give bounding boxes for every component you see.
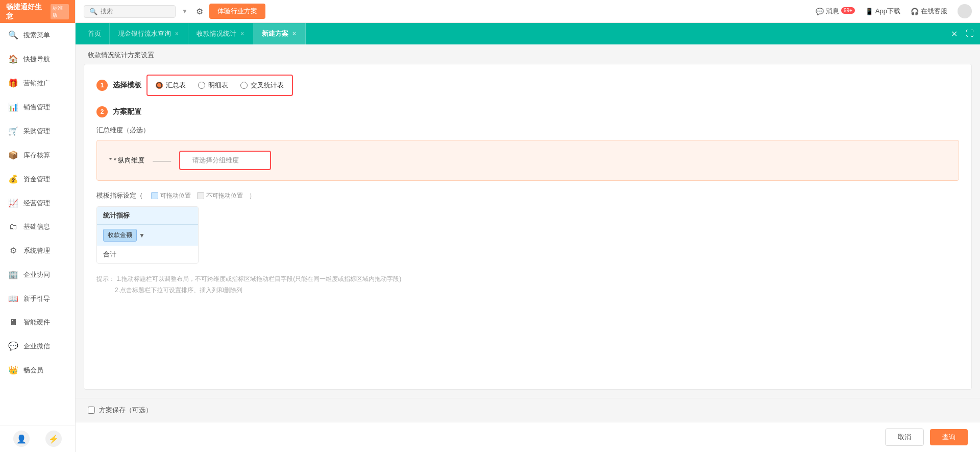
sidebar-logo: 畅捷通好生意 标准版: [0, 0, 75, 23]
topbar-app-download[interactable]: 📱 App下载: [865, 7, 900, 16]
sidebar-item-operation[interactable]: 📈 经营管理: [0, 191, 75, 215]
sidebar-label-enterprise: 企业协同: [23, 270, 50, 279]
sidebar-item-enterprise[interactable]: 🏢 企业协同: [0, 263, 75, 287]
sidebar-item-sales[interactable]: 📊 销售管理: [0, 95, 75, 119]
tab-maximize-icon[interactable]: ⛶: [964, 27, 976, 40]
sidebar-icon-member: 👑: [8, 365, 18, 375]
metrics-section: 模板指标设定（ 可拖动位置 不可拖动位置 ）: [96, 191, 959, 264]
tabbar: 首页现金银行流水查询×收款情况统计×新建方案× ✕ ⛶: [76, 23, 980, 44]
tabbar-actions: ✕ ⛶: [949, 27, 976, 41]
sidebar-label-purchase: 采购管理: [23, 127, 50, 136]
sidebar-label-member: 畅会员: [23, 366, 43, 375]
sidebar-icon-system: ⚙: [8, 246, 18, 255]
radio-cross[interactable]: 交叉统计表: [240, 81, 284, 90]
logo-text: 畅捷通好生意: [6, 3, 46, 21]
radio-cross-input[interactable]: [240, 82, 248, 89]
topbar-right: 💬 消息 99+ 📱 App下载 🎧 在线客服: [816, 4, 972, 18]
sidebar-items: 🔍 搜索菜单🏠 快捷导航🎁 营销推广📊 销售管理🛒 采购管理📦 库存核算💰 资金…: [0, 23, 75, 425]
tips-section: 提示： 1.拖动标题栏可以调整布局，不可跨维度或指标区域拖动栏目字段(只能在同一…: [96, 274, 959, 296]
radio-summary[interactable]: 汇总表: [156, 81, 186, 90]
cancel-button[interactable]: 取消: [885, 429, 924, 446]
app-download-label: App下载: [875, 7, 900, 16]
metrics-table-header: 统计指标: [97, 207, 198, 225]
metrics-tag-row: 收款金额 ▼: [97, 225, 198, 246]
tip-1: 提示： 1.拖动标题栏可以调整布局，不可跨维度或指标区域拖动栏目字段(只能在同一…: [96, 274, 959, 285]
sidebar-item-wechat[interactable]: 💬 企业微信: [0, 334, 75, 358]
dimension-placeholder: 请选择分组维度: [192, 156, 239, 164]
sidebar-item-beginner[interactable]: 📖 新手引导: [0, 287, 75, 311]
tab-close-icon[interactable]: ✕: [949, 27, 960, 41]
save-checkbox[interactable]: [88, 407, 95, 414]
page-title: 收款情况统计方案设置: [76, 44, 980, 64]
tab-new-plan[interactable]: 新建方案×: [254, 23, 306, 44]
content-area: 收款情况统计方案设置 1 选择模板 汇总表 明细表: [76, 44, 980, 422]
tab-close-new-plan[interactable]: ×: [291, 29, 297, 38]
sidebar-item-smart-hw[interactable]: 🖥 智能硬件: [0, 311, 75, 334]
step2-number: 2: [96, 106, 108, 117]
sidebar-item-quick-nav[interactable]: 🏠 快捷导航: [0, 47, 75, 71]
legend-fixed-dot: [197, 192, 204, 199]
dimension-arrow: ——: [153, 155, 171, 166]
sidebar-bottom-btn-2[interactable]: ⚡: [45, 431, 62, 447]
online-service-icon: 🎧: [911, 8, 919, 15]
metrics-tag-chevron-icon[interactable]: ▼: [139, 232, 145, 239]
tab-close-receipt-stats[interactable]: ×: [239, 29, 245, 38]
topbar-gear-icon[interactable]: ⚙: [196, 7, 203, 16]
sidebar-item-search-menu[interactable]: 🔍 搜索菜单: [0, 23, 75, 47]
sidebar-bottom-btn-1[interactable]: 👤: [13, 431, 30, 447]
tab-bank-flow[interactable]: 现金银行流水查询×: [110, 23, 188, 44]
legend-movable-dot: [151, 192, 158, 199]
dimension-area: * * 纵向维度 —— 请选择分组维度: [96, 140, 959, 181]
topbar-chevron-icon[interactable]: ▼: [182, 8, 188, 15]
dimension-required-star: *: [109, 156, 114, 164]
sidebar-icon-basic-info: 🗂: [8, 222, 18, 231]
query-button[interactable]: 查询: [930, 429, 968, 445]
metrics-table-body: 合计: [97, 246, 198, 263]
tab-label-receipt-stats: 收款情况统计: [197, 29, 236, 38]
sidebar-label-operation: 经营管理: [23, 199, 50, 208]
topbar-search-box[interactable]: 🔍: [84, 5, 176, 18]
tab-receipt-stats[interactable]: 收款情况统计×: [188, 23, 254, 44]
legend-close-paren: ）: [249, 192, 255, 200]
tab-home[interactable]: 首页: [80, 23, 110, 44]
radio-summary-input[interactable]: [156, 82, 163, 89]
footer-bar: 取消 查询: [76, 422, 980, 452]
metrics-header-title: 模板指标设定（: [96, 191, 143, 200]
dimension-input-box[interactable]: 请选择分组维度: [179, 151, 271, 170]
radio-summary-label: 汇总表: [166, 81, 186, 90]
sidebar-icon-finance: 💰: [8, 174, 18, 184]
sidebar-item-system[interactable]: ⚙ 系统管理: [0, 239, 75, 263]
dimension-row: * * 纵向维度 —— 请选择分组维度: [109, 151, 946, 170]
form-card: 1 选择模板 汇总表 明细表 交叉统计表: [84, 64, 972, 390]
sidebar-item-inventory[interactable]: 📦 库存核算: [0, 143, 75, 167]
legend-movable: 可拖动位置: [151, 192, 191, 200]
sidebar-item-purchase[interactable]: 🛒 采购管理: [0, 119, 75, 143]
topbar-online-service[interactable]: 🎧 在线客服: [911, 7, 947, 16]
topbar: 🔍 ▼ ⚙ 体验行业方案 💬 消息 99+ 📱 App下载 🎧 在线客服: [76, 0, 980, 23]
sidebar-icon-smart-hw: 🖥: [8, 318, 18, 327]
sidebar-item-marketing[interactable]: 🎁 营销推广: [0, 71, 75, 95]
app-download-icon: 📱: [865, 8, 873, 15]
sidebar-item-basic-info[interactable]: 🗂 基础信息: [0, 215, 75, 239]
sidebar-item-member[interactable]: 👑 畅会员: [0, 358, 75, 382]
radio-detail-input[interactable]: [198, 82, 205, 89]
sidebar-label-marketing: 营销推广: [23, 79, 50, 88]
topbar-message[interactable]: 💬 消息 99+: [816, 7, 855, 16]
step1-number: 1: [96, 80, 108, 91]
sidebar-label-search-menu: 搜索菜单: [23, 31, 50, 40]
industry-btn[interactable]: 体验行业方案: [209, 4, 265, 19]
user-avatar[interactable]: [958, 4, 972, 18]
tab-close-bank-flow[interactable]: ×: [174, 29, 180, 38]
dimension-row-label: * * 纵向维度: [109, 156, 144, 165]
tab-label-new-plan: 新建方案: [262, 29, 288, 38]
radio-detail[interactable]: 明细表: [198, 81, 228, 90]
search-icon: 🔍: [89, 8, 97, 15]
save-label: 方案保存（可选）: [99, 406, 152, 415]
sidebar-bottom: 👤 ⚡: [0, 425, 75, 452]
search-input[interactable]: [101, 8, 170, 15]
sidebar-icon-wechat: 💬: [8, 341, 18, 351]
sidebar-item-finance[interactable]: 💰 资金管理: [0, 167, 75, 191]
metrics-header: 模板指标设定（ 可拖动位置 不可拖动位置 ）: [96, 191, 959, 200]
step2-label: 方案配置: [113, 107, 141, 116]
metrics-tag-label[interactable]: 收款金额: [103, 229, 137, 242]
